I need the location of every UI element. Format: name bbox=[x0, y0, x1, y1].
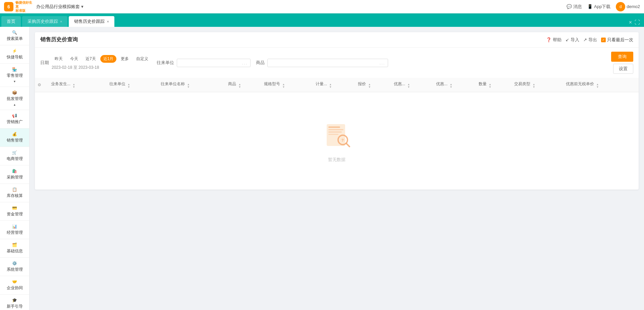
user-menu[interactable]: d demo2 bbox=[616, 2, 640, 11]
tab-sales-history[interactable]: 销售历史价跟踪 × bbox=[69, 16, 114, 27]
table-header: ⚙ 业务发生... ▲▼ 往来单位 ▲▼ 往来单位名称 bbox=[35, 78, 639, 92]
data-table: ⚙ 业务发生... ▲▼ 往来单位 ▲▼ 往来单位名称 bbox=[35, 78, 639, 92]
chat-button[interactable]: 💬 消息 bbox=[567, 4, 582, 10]
top-bar-left: 6 畅捷信好生意 标准版 办公用品行业模拟账套 ▾ bbox=[4, 1, 84, 13]
table-wrapper: ⚙ 业务发生... ▲▼ 往来单位 ▲▼ 往来单位名称 bbox=[35, 78, 639, 92]
svg-rect-4 bbox=[328, 134, 338, 135]
logo-area: 6 畅捷信好生意 标准版 bbox=[4, 1, 34, 13]
product-input[interactable]: ... bbox=[267, 59, 388, 67]
table-col-quote: 报价 ▲▼ bbox=[355, 78, 391, 92]
sort-icon[interactable]: ▲▼ bbox=[238, 83, 241, 89]
close-all-tabs-button[interactable]: × bbox=[629, 19, 632, 25]
sort-icon[interactable]: ▲▼ bbox=[489, 83, 491, 89]
source-input[interactable]: ... bbox=[177, 59, 251, 67]
avatar: d bbox=[616, 2, 625, 11]
date-btn-7days[interactable]: 近7天 bbox=[83, 55, 99, 63]
help-button[interactable]: ❓ 帮助 bbox=[546, 37, 561, 43]
source-filter-group: 往来单位 ... bbox=[157, 59, 251, 67]
empty-text: 暂无数据 bbox=[328, 157, 345, 163]
svg-rect-2 bbox=[328, 129, 343, 130]
sidebar-item-system[interactable]: ⚙️ 系统管理 bbox=[0, 258, 29, 276]
sidebar-item-guide[interactable]: 🎓 新手引导 bbox=[0, 295, 29, 310]
filter-action-area: 查询 设置 bbox=[611, 52, 633, 74]
sort-icon[interactable]: ▲▼ bbox=[533, 83, 535, 89]
search-icon: 🔍 bbox=[12, 30, 17, 35]
app-selector[interactable]: 办公用品行业模拟账套 ▾ bbox=[36, 4, 84, 10]
sidebar-item-sales-mgmt[interactable]: 💰 销售管理 bbox=[0, 128, 29, 147]
sort-icon[interactable]: ▲▼ bbox=[72, 83, 75, 89]
import-button[interactable]: ↙ 导入 bbox=[566, 37, 579, 43]
table-col-settings: ⚙ bbox=[35, 78, 48, 92]
sidebar-item-finance[interactable]: 💳 资金管理 bbox=[0, 202, 29, 221]
chevron-down-icon: ▾ bbox=[81, 4, 84, 9]
enterprise-icon: 🤝 bbox=[12, 279, 17, 284]
sidebar-item-basic-info[interactable]: 🗂️ 基础信息 bbox=[0, 239, 29, 258]
sidebar-item-search[interactable]: 🔍 搜索菜单 bbox=[0, 27, 29, 45]
sidebar-item-marketing[interactable]: 📢 营销推广 bbox=[0, 110, 29, 128]
date-range: 2023-02-18 至 2023-03-18 bbox=[52, 65, 151, 70]
sort-icon[interactable]: ▲▼ bbox=[450, 83, 452, 89]
sidebar-item-ecommerce[interactable]: 🛒 电商管理 bbox=[0, 147, 29, 165]
sidebar-item-retail[interactable]: 🏪 零售管理 ▾ bbox=[0, 64, 29, 87]
sidebar-item-wholesale[interactable]: 📦 批发管理 ▴ bbox=[0, 87, 29, 110]
sort-icon[interactable]: ▲▼ bbox=[596, 83, 599, 89]
close-tab-purchase[interactable]: × bbox=[60, 19, 62, 23]
sort-icon[interactable]: ▲▼ bbox=[368, 83, 371, 89]
sort-icon[interactable]: ▲▼ bbox=[187, 83, 190, 89]
filter-bar: 日期 昨天 今天 近7天 近1月 更多 自定义 2023-02-18 至 202… bbox=[35, 48, 639, 78]
shortcut-icon: ⚡ bbox=[12, 49, 17, 53]
close-tab-sales[interactable]: × bbox=[107, 19, 109, 23]
only-last-checkbox[interactable]: ✓ 只看最后一次 bbox=[601, 37, 633, 43]
app-selector-label: 办公用品行业模拟账套 bbox=[36, 4, 80, 10]
sidebar-item-operations[interactable]: 📊 经营管理 bbox=[0, 221, 29, 239]
fullscreen-button[interactable]: ⛶ bbox=[635, 19, 640, 25]
sidebar-item-inventory[interactable]: 📋 库存核算 bbox=[0, 184, 29, 202]
sidebar: 🔍 搜索菜单 ⚡ 快捷导航 🏪 零售管理 ▾ 📦 批发管理 ▴ 📢 营销推广 💰… bbox=[0, 27, 30, 310]
basic-info-icon: 🗂️ bbox=[12, 243, 17, 247]
page-header: 销售历史价查询 ❓ 帮助 ↙ 导入 ↗ 导出 ✓ bbox=[35, 32, 639, 48]
svg-line-7 bbox=[346, 143, 350, 147]
table-settings-icon[interactable]: ⚙ bbox=[38, 83, 41, 87]
product-input-dots: ... bbox=[380, 60, 385, 65]
empty-icon: ? bbox=[320, 119, 354, 153]
sidebar-item-shortcut[interactable]: ⚡ 快捷导航 bbox=[0, 45, 29, 64]
query-button[interactable]: 查询 bbox=[611, 52, 633, 62]
date-label: 日期 bbox=[40, 60, 49, 66]
table-col-discount1: 优惠... ▲▼ bbox=[391, 78, 433, 92]
export-button[interactable]: ↗ 导出 bbox=[583, 37, 597, 43]
table-col-pre-tax-price: 优惠前无税单价 ▲▼ bbox=[563, 78, 639, 92]
sort-icon[interactable]: ▲▼ bbox=[127, 83, 130, 89]
retail-icon: 🏪 bbox=[12, 67, 17, 72]
guide-icon: 🎓 bbox=[12, 298, 17, 303]
table-col-partner-code: 往来单位 ▲▼ bbox=[107, 78, 158, 92]
wholesale-icon: 📦 bbox=[12, 90, 17, 95]
main-layout: 🔍 搜索菜单 ⚡ 快捷导航 🏪 零售管理 ▾ 📦 批发管理 ▴ 📢 营销推广 💰… bbox=[0, 27, 644, 310]
table-col-trade-type: 交易类型 ▲▼ bbox=[512, 78, 563, 92]
sort-icon[interactable]: ▲▼ bbox=[407, 83, 410, 89]
empty-illustration: ? bbox=[320, 119, 354, 153]
tab-home[interactable]: 首页 bbox=[1, 16, 21, 27]
import-icon: ↙ bbox=[566, 37, 569, 42]
sort-icon[interactable]: ▲▼ bbox=[282, 83, 285, 89]
empty-state: ? 暂无数据 bbox=[35, 92, 639, 190]
svg-rect-3 bbox=[328, 132, 342, 133]
chevron-up-icon: ▴ bbox=[14, 103, 15, 106]
svg-text:?: ? bbox=[341, 138, 344, 142]
app-download-button[interactable]: 📱 App下载 bbox=[587, 4, 610, 10]
settings-button[interactable]: 设置 bbox=[613, 64, 633, 74]
table-col-spec: 规格型号 ▲▼ bbox=[261, 78, 313, 92]
date-btn-1month[interactable]: 近1月 bbox=[100, 55, 117, 63]
date-btn-today[interactable]: 今天 bbox=[67, 55, 81, 63]
top-bar-right: 💬 消息 📱 App下载 d demo2 bbox=[567, 2, 640, 11]
date-btn-custom[interactable]: 自定义 bbox=[133, 55, 151, 63]
logo-text: 畅捷信好生意 标准版 bbox=[15, 1, 34, 13]
sidebar-item-enterprise[interactable]: 🤝 企业协同 bbox=[0, 276, 29, 295]
finance-icon: 💳 bbox=[12, 206, 17, 210]
sidebar-item-purchase[interactable]: 🛍️ 采购管理 bbox=[0, 165, 29, 184]
date-btn-yesterday[interactable]: 昨天 bbox=[52, 55, 66, 63]
date-btn-more[interactable]: 更多 bbox=[118, 55, 132, 63]
table-col-biz-date: 业务发生... ▲▼ bbox=[48, 78, 107, 92]
tab-purchase-history[interactable]: 采购历史价跟踪 × bbox=[22, 16, 67, 27]
sort-icon[interactable]: ▲▼ bbox=[329, 83, 332, 89]
tab-bar: 首页 采购历史价跟踪 × 销售历史价跟踪 × × ⛶ bbox=[0, 13, 644, 27]
